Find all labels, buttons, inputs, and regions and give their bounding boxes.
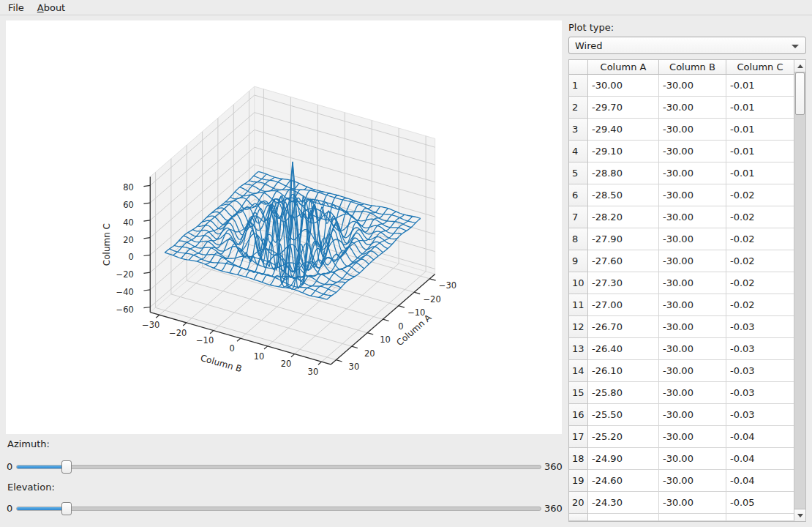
table-cell[interactable]: -24.90 (588, 448, 659, 470)
tick-label: 10 (380, 334, 391, 345)
plot-canvas[interactable]: −60−40−20020406080−30−20−100102030−30−20… (6, 20, 562, 434)
table-cell[interactable]: -30.00 (659, 492, 726, 514)
table-cell[interactable]: -30.00 (659, 250, 726, 272)
table-cell[interactable]: -30.00 (659, 75, 726, 97)
column-header-a[interactable]: Column A (588, 60, 659, 75)
menu-file[interactable]: File (1, 1, 31, 14)
row-number[interactable]: 6 (569, 184, 588, 206)
table-cell[interactable]: -0.03 (726, 360, 794, 382)
azimuth-slider-handle[interactable] (61, 460, 72, 474)
table-scrollbar[interactable] (794, 60, 805, 521)
row-number[interactable]: 11 (569, 294, 588, 316)
table-cell[interactable]: -25.80 (588, 382, 659, 404)
row-number[interactable]: 15 (569, 382, 588, 404)
plot-type-combobox[interactable]: Wired (568, 37, 806, 54)
table-cell[interactable]: -0.02 (726, 294, 794, 316)
table-cell[interactable]: -26.10 (588, 360, 659, 382)
table-cell[interactable]: -27.90 (588, 228, 659, 250)
table-cell[interactable]: -30.00 (659, 184, 726, 206)
column-header-c[interactable]: Column C (726, 60, 794, 75)
row-number[interactable]: 13 (569, 338, 588, 360)
table-cell[interactable]: -30.00 (659, 360, 726, 382)
row-number[interactable]: 5 (569, 162, 588, 184)
table-cell[interactable]: -0.02 (726, 206, 794, 228)
table-cell[interactable]: -29.70 (588, 97, 659, 119)
table-cell[interactable]: -30.00 (659, 338, 726, 360)
row-number[interactable]: 9 (569, 250, 588, 272)
table-cell[interactable]: -0.02 (726, 272, 794, 294)
table-cell[interactable]: -30.00 (659, 228, 726, 250)
table-cell[interactable]: -0.02 (726, 250, 794, 272)
table-cell[interactable]: -0.02 (726, 184, 794, 206)
elevation-slider-handle[interactable] (61, 502, 72, 515)
table-cell[interactable]: -27.30 (588, 272, 659, 294)
table-cell[interactable]: -28.80 (588, 162, 659, 184)
table-cell[interactable]: -0.04 (726, 426, 794, 448)
table-cell[interactable]: -30.00 (659, 206, 726, 228)
row-number[interactable]: 12 (569, 316, 588, 338)
tick-label: 10 (254, 351, 265, 362)
table-cell[interactable]: -0.02 (726, 228, 794, 250)
row-number[interactable]: 10 (569, 272, 588, 294)
row-number[interactable]: 16 (569, 404, 588, 426)
row-number[interactable]: 8 (569, 228, 588, 250)
table-cell[interactable]: -30.00 (659, 404, 726, 426)
row-number[interactable]: 20 (569, 492, 588, 514)
row-number[interactable]: 7 (569, 206, 588, 228)
table-cell[interactable]: -30.00 (659, 448, 726, 470)
table-cell[interactable]: -30.00 (659, 426, 726, 448)
table-cell[interactable]: -24.30 (588, 492, 659, 514)
table-cell[interactable]: -0.04 (726, 448, 794, 470)
table-row: 9-27.60-30.00-0.02 (569, 250, 794, 272)
table-cell[interactable]: -0.03 (726, 338, 794, 360)
table-cell[interactable]: -29.10 (588, 141, 659, 162)
scrollbar-down-button[interactable] (794, 509, 805, 521)
row-number[interactable]: 14 (569, 360, 588, 382)
table-cell[interactable]: -30.00 (659, 294, 726, 316)
table-cell[interactable]: -26.70 (588, 316, 659, 338)
table-cell[interactable]: -0.01 (726, 75, 794, 97)
table-cell[interactable]: -28.20 (588, 206, 659, 228)
table-cell[interactable]: -26.40 (588, 338, 659, 360)
table-cell[interactable]: -25.50 (588, 404, 659, 426)
row-number[interactable]: 1 (569, 75, 588, 97)
table-cell[interactable]: -0.03 (726, 382, 794, 404)
table-cell[interactable]: -0.03 (726, 316, 794, 338)
table-cell[interactable]: -27.60 (588, 250, 659, 272)
table-cell[interactable]: -30.00 (659, 97, 726, 119)
row-number[interactable]: 18 (569, 448, 588, 470)
azimuth-slider[interactable] (16, 465, 541, 469)
table-cell[interactable]: -30.00 (659, 470, 726, 492)
row-number[interactable]: 3 (569, 119, 588, 141)
table-cell[interactable]: -0.01 (726, 119, 794, 141)
row-number[interactable]: 2 (569, 97, 588, 119)
table-cell[interactable]: -0.04 (726, 470, 794, 492)
table-cell[interactable]: -0.01 (726, 97, 794, 119)
row-number[interactable]: 19 (569, 470, 588, 492)
table-cell[interactable]: -0.01 (726, 162, 794, 184)
table-cell[interactable]: -30.00 (588, 75, 659, 97)
table-cell[interactable]: -30.00 (659, 316, 726, 338)
table-cell[interactable]: -24.60 (588, 470, 659, 492)
table-cell[interactable]: -0.05 (726, 492, 794, 514)
table-cell[interactable]: -30.00 (659, 272, 726, 294)
table-corner-header[interactable] (569, 60, 588, 75)
table-cell[interactable]: -30.00 (659, 382, 726, 404)
table-cell[interactable]: -0.03 (726, 404, 794, 426)
table-cell[interactable]: -29.40 (588, 119, 659, 141)
table-cell[interactable]: -30.00 (659, 119, 726, 141)
table-cell[interactable]: -30.00 (659, 141, 726, 162)
table-cell[interactable]: -27.00 (588, 294, 659, 316)
row-number[interactable]: 17 (569, 426, 588, 448)
table-cell[interactable]: -0.01 (726, 141, 794, 162)
table-cell[interactable]: -25.20 (588, 426, 659, 448)
row-number[interactable]: 4 (569, 141, 588, 162)
menu-about[interactable]: About (31, 1, 72, 14)
scrollbar-thumb[interactable] (795, 72, 805, 115)
column-header-b[interactable]: Column B (659, 60, 726, 75)
table-row: 19-24.60-30.00-0.04 (569, 470, 794, 492)
scrollbar-up-button[interactable] (794, 60, 805, 72)
table-cell[interactable]: -30.00 (659, 162, 726, 184)
table-cell[interactable]: -28.50 (588, 184, 659, 206)
elevation-slider[interactable] (16, 507, 541, 511)
